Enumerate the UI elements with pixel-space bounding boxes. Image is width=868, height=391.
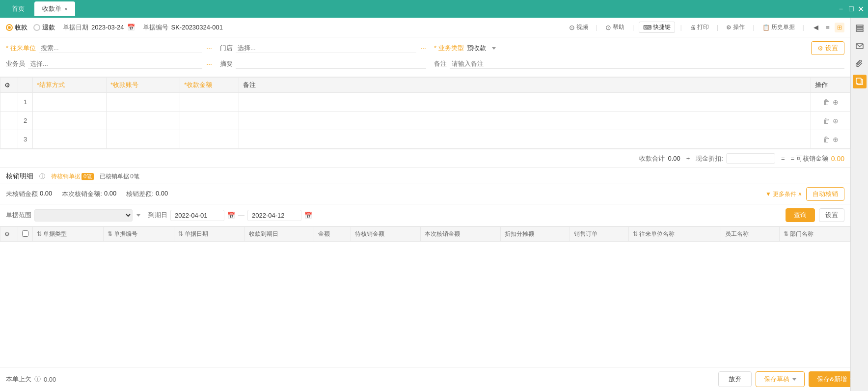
- table-cell-account[interactable]: [107, 93, 180, 112]
- save-draft-btn[interactable]: 保存草稿: [756, 371, 805, 387]
- help-btn[interactable]: ⊙ 帮助: [602, 22, 627, 32]
- table-cell-account[interactable]: [107, 130, 180, 149]
- done-tag[interactable]: 已核销单据 0笔: [100, 172, 139, 181]
- row-delete-icon[interactable]: 🗑: [823, 117, 830, 125]
- query-btn[interactable]: 查询: [786, 208, 815, 222]
- auto-writeoff-btn[interactable]: 自动核销: [806, 187, 844, 201]
- operation-btn[interactable]: ⚙ 操作: [723, 22, 748, 32]
- sort-icon: ⇅: [108, 230, 112, 237]
- table-cell-gear: [0, 112, 18, 130]
- end-calendar-icon[interactable]: 📅: [304, 212, 312, 219]
- biz-type-value: 预收款: [467, 44, 486, 53]
- video-btn[interactable]: ⊙ 视频: [566, 22, 591, 32]
- row-delete-icon[interactable]: 🗑: [823, 136, 830, 143]
- row-copy-icon[interactable]: ⊕: [833, 98, 839, 106]
- keyboard-btn[interactable]: ⌨ 快捷键: [639, 22, 675, 33]
- store-field: 门店 ···: [220, 43, 426, 53]
- store-label: 门店: [220, 44, 233, 53]
- table-cell-account[interactable]: [107, 112, 180, 130]
- save-new-label: 保存&新增: [817, 375, 847, 384]
- summary-input[interactable]: [236, 59, 426, 69]
- bottom-bar: 本单上欠 ⓘ 0.00 放弃 保存草稿 保存&新增: [0, 367, 868, 391]
- gear-icon: ⚙: [817, 45, 823, 52]
- sidebar-attachment-icon[interactable]: [853, 57, 867, 71]
- table-cell-num: 3: [18, 130, 33, 149]
- header-actions: ⊙ 视频 | ⊙ 帮助 | ⌨ 快捷键 | 🖨 打印 | ⚙ 操作: [566, 22, 844, 33]
- discard-btn[interactable]: 放弃: [718, 371, 752, 387]
- history-btn[interactable]: 📋 历史单据: [760, 22, 798, 32]
- bill-date-value: 2023-03-24: [91, 24, 124, 31]
- writeoff-title: 核销明细: [6, 172, 33, 181]
- fields-row-2: 业务员 ··· 摘要 备注: [6, 59, 844, 69]
- bottom-col-no: ⇅ 单据编号: [103, 227, 174, 242]
- table-cell-remark[interactable]: [239, 130, 811, 149]
- table-cell-settle[interactable]: [33, 112, 107, 130]
- table-cell-action: 🗑 ⊕: [811, 93, 850, 112]
- bottom-gear-icon[interactable]: ⚙: [4, 231, 10, 238]
- table-cell-amount[interactable]: [180, 93, 239, 112]
- tab-home[interactable]: 首页: [4, 1, 32, 16]
- bottom-col-discount: 折扣分摊额: [501, 227, 570, 242]
- staff-input[interactable]: [28, 59, 202, 69]
- table-cell-remark[interactable]: [239, 93, 811, 112]
- range-label: 单据范围: [6, 211, 31, 220]
- bottom-left: 本单上欠 ⓘ 0.00: [6, 375, 56, 384]
- start-calendar-icon[interactable]: 📅: [227, 212, 235, 219]
- row-copy-icon[interactable]: ⊕: [833, 117, 839, 125]
- sidebar-email-icon[interactable]: [853, 39, 867, 53]
- table-cell-remark[interactable]: [239, 112, 811, 130]
- close-btn[interactable]: ✕: [858, 4, 864, 14]
- due-date-start-input[interactable]: [170, 210, 224, 221]
- partner-more-icon[interactable]: ···: [206, 44, 212, 52]
- table-cell-settle[interactable]: [33, 130, 107, 149]
- maximize-btn[interactable]: □: [849, 4, 854, 13]
- data-table: ⚙ *结算方式 *收款账号 *收款金额 备注 操作 1: [0, 77, 850, 149]
- partner-input[interactable]: [39, 43, 203, 53]
- table-cell-settle[interactable]: [33, 93, 107, 112]
- remark-input[interactable]: [450, 59, 844, 69]
- minimize-btn[interactable]: －: [837, 4, 845, 14]
- store-input[interactable]: [236, 43, 416, 53]
- form-header: 收款 退款 单据日期 2023-03-24 📅 单据编号 SK-20230324…: [0, 18, 850, 37]
- operation-icon: ⚙: [726, 24, 732, 31]
- layout-prev-icon[interactable]: ◀: [811, 23, 821, 32]
- layout-grid-icon[interactable]: ⊞: [835, 23, 844, 32]
- bottom-table-check-all[interactable]: [22, 230, 28, 237]
- sidebar-table-icon[interactable]: [853, 22, 867, 35]
- layout-list-icon[interactable]: ≡: [823, 23, 833, 32]
- row-delete-icon[interactable]: 🗑: [823, 98, 830, 106]
- table-gear-icon[interactable]: ⚙: [4, 82, 10, 89]
- table-cell-amount[interactable]: [180, 112, 239, 130]
- range-dash: —: [238, 212, 244, 219]
- table-cell-amount[interactable]: [180, 130, 239, 149]
- table-footer: 收款合计 0.00 + 现金折扣: = = 可核销金额 0.00: [0, 149, 850, 168]
- row-copy-icon[interactable]: ⊕: [833, 136, 839, 143]
- form-type-group: 收款 退款: [6, 23, 55, 32]
- tab-active[interactable]: 收款单 ×: [34, 1, 75, 16]
- pending-label: 待核销单据: [51, 172, 81, 181]
- writeoff-info-icon[interactable]: ⓘ: [39, 172, 45, 181]
- tab-close-icon[interactable]: ×: [64, 6, 67, 12]
- bottom-col-type: ⇅ 单据类型: [33, 227, 104, 242]
- due-date-end-input[interactable]: [247, 210, 301, 221]
- radio-collect[interactable]: 收款: [6, 23, 27, 32]
- radio-collect-dot: [6, 24, 13, 31]
- print-btn[interactable]: 🖨 打印: [687, 22, 712, 32]
- pending-tag[interactable]: 待核销单据 0笔: [51, 172, 94, 181]
- more-filter-btn[interactable]: ▼ 更多条件 ∧: [765, 190, 802, 198]
- settings-btn[interactable]: ⚙ 设置: [811, 41, 844, 55]
- staff-more-icon[interactable]: ···: [206, 60, 212, 68]
- equal-sign: =: [781, 155, 785, 162]
- sidebar-edit-icon[interactable]: [853, 75, 867, 88]
- svg-rect-2: [856, 30, 863, 31]
- discount-input[interactable]: [726, 153, 775, 164]
- range-select[interactable]: [34, 209, 133, 222]
- due-date-group: 到期日 📅 — 📅: [148, 210, 312, 221]
- store-more-icon[interactable]: ···: [420, 44, 426, 52]
- bottom-col-pending: 待核销金额: [351, 227, 420, 242]
- biz-type-chevron-icon[interactable]: [492, 47, 496, 50]
- calendar-icon[interactable]: 📅: [127, 24, 135, 31]
- radio-refund[interactable]: 退款: [33, 23, 55, 32]
- main-content: 收款 退款 单据日期 2023-03-24 📅 单据编号 SK-20230324…: [0, 18, 850, 391]
- writeoff-settings-btn[interactable]: 设置: [819, 208, 844, 222]
